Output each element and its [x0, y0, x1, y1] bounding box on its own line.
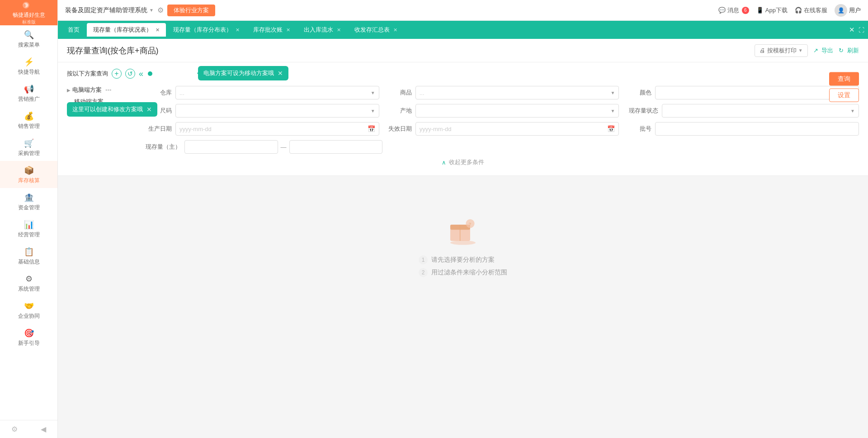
tab-bar: 首页 现存量（库存状况表） ✕ 现存量（库存分布表） ✕ 库存批次账 ✕ 出入库… — [58, 21, 868, 39]
sales-icon: 💰 — [24, 111, 34, 121]
tab-collect-summary[interactable]: 收发存汇总表 ✕ — [348, 23, 404, 37]
collapse-icon[interactable]: ◀ — [41, 425, 46, 433]
user-action[interactable]: 👤 用户 — [835, 4, 861, 17]
tab-in-out-flow[interactable]: 出入库流水 ✕ — [297, 23, 347, 37]
tab-batch-ledger[interactable]: 库存批次账 ✕ — [247, 23, 297, 37]
sidebar-item-quick-nav[interactable]: ⚡ 快捷导航 — [0, 52, 57, 80]
svg-point-3 — [450, 240, 476, 245]
tab-home[interactable]: 首页 — [61, 23, 86, 37]
expire-date-input[interactable]: yyyy-mm-dd 📅 — [415, 122, 619, 136]
tab-batch-ledger-close[interactable]: ✕ — [286, 27, 290, 33]
svg-text:6: 6 — [24, 4, 26, 8]
stock-main-max[interactable] — [289, 140, 383, 154]
sidebar-item-finance[interactable]: 🏦 资金管理 — [0, 188, 57, 215]
tab-inventory-dist-close[interactable]: ✕ — [236, 27, 240, 33]
settings-bottom-icon[interactable]: ⚙ — [11, 425, 18, 433]
empty-hint-1: 1 请先选择要分析的方案 — [419, 255, 507, 264]
system-title-select[interactable]: 装备及固定资产辅助管理系统 ▼ — [65, 6, 154, 14]
logo-main-text: 畅捷通好生意 — [13, 11, 45, 19]
main-area: 装备及固定资产辅助管理系统 ▼ ⚙ 体验行业方案 💬 消息 6 📱 App下载 … — [58, 0, 868, 438]
filter-field-warehouse: 仓库 ... ▼ — [145, 86, 379, 99]
online-service-action[interactable]: 🎧 在线客服 — [795, 6, 827, 14]
sidebar-item-label: 库存核算 — [18, 177, 40, 184]
sidebar-item-label: 资金管理 — [18, 204, 40, 212]
sidebar-bottom: ⚙ ◀ — [0, 420, 57, 438]
sidebar-nav: 🔍 搜索菜单 ⚡ 快捷导航 📢 营销推广 💰 销售管理 🛒 采购管理 📦 库存核… — [0, 25, 57, 420]
warehouse-label: 仓库 — [145, 89, 172, 97]
tab-collect-summary-close[interactable]: ✕ — [393, 27, 397, 33]
produce-date-calendar-icon[interactable]: 📅 — [368, 125, 375, 132]
sidebar-item-basic[interactable]: 📋 基础信息 — [0, 242, 57, 269]
filter-row-2: 尺码 ▼ 产地 ▼ — [145, 104, 859, 118]
tab-inventory-status-close[interactable]: ✕ — [156, 27, 160, 33]
refresh-button[interactable]: ↻ 刷新 — [839, 47, 859, 55]
sidebar-item-marketing[interactable]: 📢 营销推广 — [0, 80, 57, 107]
sidebar-item-operations[interactable]: 📊 经营管理 — [0, 215, 57, 242]
origin-select[interactable]: ▼ — [415, 104, 619, 118]
sidebar-item-guide[interactable]: 🎯 新手引导 — [0, 324, 57, 351]
sidebar-item-sales[interactable]: 💰 销售管理 — [0, 107, 57, 134]
warehouse-select[interactable]: ... ▼ — [175, 86, 379, 99]
message-action[interactable]: 💬 消息 6 — [718, 6, 749, 14]
filter-field-stock-status: 现存量状态 ▼ — [624, 104, 859, 118]
stock-status-label: 现存量状态 — [624, 107, 658, 115]
top-header: 装备及固定资产辅助管理系统 ▼ ⚙ 体验行业方案 💬 消息 6 📱 App下载 … — [58, 0, 868, 21]
color-select[interactable]: ▼ — [655, 86, 859, 99]
produce-date-input[interactable]: yyyy-mm-dd 📅 — [175, 122, 379, 136]
tooltip-1-close[interactable]: ✕ — [278, 70, 283, 77]
tab-inventory-dist[interactable]: 现存量（库存分布表） ✕ — [167, 23, 246, 37]
sidebar-item-search[interactable]: 🔍 搜索菜单 — [0, 25, 57, 52]
sidebar-item-label: 企业协同 — [18, 312, 40, 320]
scheme-tree-pc[interactable]: ▶ 电脑端方案 ••• — [67, 84, 139, 96]
filter-header: 按以下方案查询 + ↺ « 电脑方案可设为移动方案哦 ✕ — [67, 69, 859, 79]
search-button[interactable]: 查询 — [829, 72, 859, 86]
hint-text-1: 请先选择要分析的方案 — [431, 256, 495, 264]
filter-reset-button[interactable]: ↺ — [125, 69, 135, 79]
page-content: 现存量查询(按仓库+商品) 🖨 按模板打印 ▼ ↗ 导出 ↻ 刷新 — [58, 39, 868, 438]
expire-date-calendar-icon[interactable]: 📅 — [607, 125, 615, 132]
tab-inventory-status[interactable]: 现存量（库存状况表） ✕ — [87, 23, 166, 37]
tab-inventory-status-label: 现存量（库存状况表） — [93, 26, 152, 34]
user-name: 用户 — [849, 6, 861, 14]
filter-add-button[interactable]: + — [112, 69, 122, 79]
tooltip-2-close[interactable]: ✕ — [146, 106, 152, 113]
goods-select[interactable]: ... ▼ — [415, 86, 619, 99]
basic-icon: 📋 — [24, 247, 34, 257]
sidebar-item-purchase[interactable]: 🛒 采购管理 — [0, 134, 57, 161]
size-arrow-icon: ▼ — [371, 108, 375, 113]
trial-button[interactable]: 体验行业方案 — [167, 5, 215, 16]
sidebar: 6 畅捷通好生意 标准版 🔍 搜索菜单 ⚡ 快捷导航 📢 营销推广 💰 销售管理… — [0, 0, 58, 438]
settings-icon[interactable]: ⚙ — [157, 6, 164, 14]
size-select[interactable]: ▼ — [175, 104, 379, 118]
stock-status-select[interactable]: ▼ — [662, 104, 859, 118]
tab-maximize-icon[interactable]: ⛶ — [859, 27, 864, 33]
finance-icon: 🏦 — [24, 193, 34, 203]
export-button[interactable]: ↗ 导出 — [813, 47, 834, 55]
sidebar-item-enterprise[interactable]: 🤝 企业协同 — [0, 297, 57, 324]
tree-pc-label: 电脑端方案 — [72, 86, 102, 94]
setup-button[interactable]: 设置 — [829, 89, 859, 102]
app-download-label: App下载 — [765, 6, 788, 14]
more-conditions-button[interactable]: ∧ 收起更多条件 — [67, 155, 859, 169]
logo-sub-text: 标准版 — [22, 19, 36, 25]
sidebar-item-label: 营销推广 — [18, 95, 40, 103]
tree-pc-dots[interactable]: ••• — [105, 87, 112, 94]
app-download-action[interactable]: 📱 App下载 — [756, 6, 788, 14]
stock-status-arrow-icon: ▼ — [850, 108, 855, 113]
sidebar-item-system[interactable]: ⚙ 系统管理 — [0, 269, 57, 297]
quick-nav-icon: ⚡ — [24, 57, 34, 67]
stock-main-min[interactable] — [184, 140, 278, 154]
avatar: 👤 — [835, 4, 847, 17]
page-title: 现存量查询(按仓库+商品) — [67, 45, 159, 56]
hint-num-2: 2 — [419, 268, 428, 277]
sidebar-item-inventory[interactable]: 📦 库存核算 — [0, 161, 57, 188]
search-nav-icon: 🔍 — [24, 30, 34, 40]
tab-in-out-flow-close[interactable]: ✕ — [337, 27, 341, 33]
filter-back-button[interactable]: « — [139, 69, 143, 79]
batch-input[interactable] — [655, 122, 859, 136]
sidebar-item-label: 搜索菜单 — [18, 41, 40, 49]
print-button[interactable]: 🖨 按模板打印 ▼ — [755, 44, 808, 57]
system-title-text: 装备及固定资产辅助管理系统 — [65, 6, 147, 14]
tab-close-all-icon[interactable]: ✕ — [849, 26, 855, 34]
empty-illustration: ? — [440, 212, 486, 248]
